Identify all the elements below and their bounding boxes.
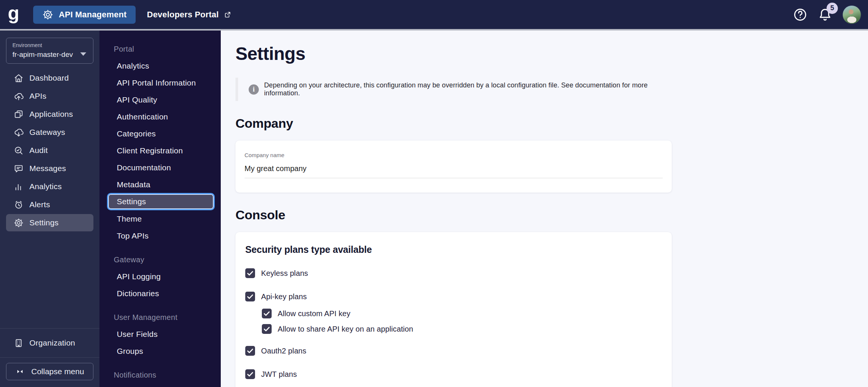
checkbox-checked[interactable] [245, 346, 255, 356]
checkbox-row-allow-to-share-api-key-on-an-application: Allow to share API key on an application [262, 324, 663, 334]
company-name-input[interactable]: My great company [245, 164, 663, 178]
api-management-button[interactable]: API Management [33, 6, 136, 24]
sidebar-item-label: Alerts [29, 200, 50, 209]
info-icon: i [249, 84, 259, 95]
subnav-item-theme[interactable]: Theme [107, 210, 215, 227]
subnav-section-user-management: User Management [99, 313, 221, 322]
subnav-item-label: Metadata [117, 180, 150, 189]
developers-portal-link[interactable]: Developers Portal [147, 10, 231, 20]
check-icon [246, 292, 254, 301]
subnav-item-label: API Portal Information [117, 78, 196, 87]
check-icon [246, 269, 254, 277]
bar-chart-icon [14, 182, 24, 192]
api-management-label: API Management [59, 10, 127, 20]
info-banner: i Depending on your architecture, this c… [235, 78, 667, 101]
sidebar-item-messages[interactable]: Messages [6, 160, 93, 177]
subnav-item-analytics[interactable]: Analytics [107, 57, 215, 74]
sidebar-item-label: Analytics [29, 182, 62, 191]
checkbox-checked[interactable] [245, 369, 255, 379]
subnav-item-dictionaries[interactable]: Dictionaries [107, 285, 215, 302]
checkbox-label: JWT plans [261, 370, 297, 379]
subnav-item-notifications[interactable]: Notifications [107, 383, 215, 387]
cloud-download-icon [14, 127, 24, 138]
checkbox-label: Keyless plans [261, 269, 308, 278]
page-title: Settings [235, 43, 868, 64]
sidebar-item-apis[interactable]: APIs [6, 87, 93, 105]
collapse-menu-button[interactable]: Collapse menu [6, 363, 93, 380]
checkbox-row-oauth2-plans: Oauth2 plans [245, 346, 663, 356]
subnav-item-label: API Quality [117, 95, 157, 104]
subnav-item-api-logging[interactable]: API Logging [107, 268, 215, 285]
primary-sidebar: Environment fr-apim-master-dev Dashboard… [0, 31, 99, 387]
checkbox-checked[interactable] [245, 292, 255, 301]
top-bar: g API Management Developers Portal 5 [0, 0, 868, 31]
chevron-down-icon [80, 52, 86, 56]
gravitee-logo: g [0, 5, 27, 24]
company-section-heading: Company [235, 116, 868, 131]
checkbox-checked[interactable] [262, 309, 272, 318]
checkbox-row-allow-custom-api-key: Allow custom API key [262, 309, 663, 318]
subnav-item-label: Dictionaries [117, 289, 159, 298]
audit-search-icon [14, 145, 24, 156]
subnav-item-groups[interactable]: Groups [107, 343, 215, 359]
user-avatar[interactable] [842, 5, 861, 24]
checkbox-row-jwt-plans: JWT plans [245, 369, 663, 379]
sidebar-item-dashboard[interactable]: Dashboard [6, 69, 93, 87]
subnav-item-api-portal-information[interactable]: API Portal Information [107, 74, 215, 91]
sidebar-item-settings[interactable]: Settings [6, 214, 93, 231]
checkbox-checked[interactable] [245, 268, 255, 278]
collapse-menu-label: Collapse menu [31, 367, 84, 376]
sidebar-item-alerts[interactable]: Alerts [6, 196, 93, 213]
subnav-item-metadata[interactable]: Metadata [107, 176, 215, 193]
subnav-item-user-fields[interactable]: User Fields [107, 326, 215, 343]
subnav-item-categories[interactable]: Categories [107, 125, 215, 142]
subnav-item-label: Categories [117, 129, 156, 138]
subnav-item-label: Settings [117, 197, 146, 206]
subnav-item-label: API Logging [117, 272, 161, 281]
subnav-section-notifications: Notifications [99, 371, 221, 379]
subnav-item-api-quality[interactable]: API Quality [107, 91, 215, 108]
checkbox-row-api-key-plans: Api-key plans [245, 292, 663, 301]
message-icon [14, 164, 24, 174]
sidebar-item-label: Messages [29, 164, 66, 173]
sidebar-item-label: Settings [29, 218, 58, 227]
sidebar-item-audit[interactable]: Audit [6, 142, 93, 159]
sidebar-item-applications[interactable]: Applications [6, 106, 93, 123]
checkbox-checked[interactable] [262, 324, 272, 334]
help-button[interactable] [793, 7, 808, 22]
security-plans-checkbox-list: Keyless plansApi-key plansAllow custom A… [245, 268, 663, 387]
subnav-item-label: User Fields [117, 330, 157, 339]
subnav-item-top-apis[interactable]: Top APIs [107, 227, 215, 244]
checkbox-label: Api-key plans [261, 292, 307, 301]
subnav-item-settings[interactable]: Settings [107, 193, 215, 210]
sidebar-item-analytics[interactable]: Analytics [6, 178, 93, 195]
developers-portal-label: Developers Portal [147, 10, 219, 20]
subnav-item-client-registration[interactable]: Client Registration [107, 142, 215, 159]
app-root: g API Management Developers Portal 5 Env… [0, 0, 868, 387]
subnav-section-portal: Portal [99, 45, 221, 54]
subnav-item-authentication[interactable]: Authentication [107, 108, 215, 125]
main-content: Settings i Depending on your architectur… [221, 31, 868, 387]
collapse-icon [15, 367, 24, 376]
check-icon [263, 325, 271, 333]
environment-select[interactable]: Environment fr-apim-master-dev [6, 38, 93, 64]
alarm-clock-icon [14, 200, 24, 210]
subnav-item-documentation[interactable]: Documentation [107, 159, 215, 176]
notification-count-badge: 5 [827, 3, 838, 14]
external-link-icon [223, 11, 232, 19]
subnav-section-gateway: Gateway [99, 255, 221, 264]
sidebar-item-label: Gateways [29, 128, 65, 137]
sidebar-item-label: Applications [29, 110, 73, 119]
environment-select-label: Environment [12, 42, 87, 48]
subnav-item-label: Documentation [117, 163, 171, 172]
checkbox-row-keyless-plans: Keyless plans [245, 268, 663, 278]
sidebar-item-gateways[interactable]: Gateways [6, 124, 93, 141]
sidebar-divider [0, 357, 99, 358]
notifications-button[interactable]: 5 [818, 7, 833, 22]
sidebar-item-label: Audit [29, 146, 48, 155]
gear-icon [14, 218, 24, 228]
sidebar-items: DashboardAPIsApplicationsGatewaysAuditMe… [0, 69, 99, 232]
check-icon [263, 309, 271, 318]
sidebar-item-organization[interactable]: Organization [6, 334, 93, 352]
info-banner-text: Depending on your architecture, this con… [264, 81, 667, 97]
